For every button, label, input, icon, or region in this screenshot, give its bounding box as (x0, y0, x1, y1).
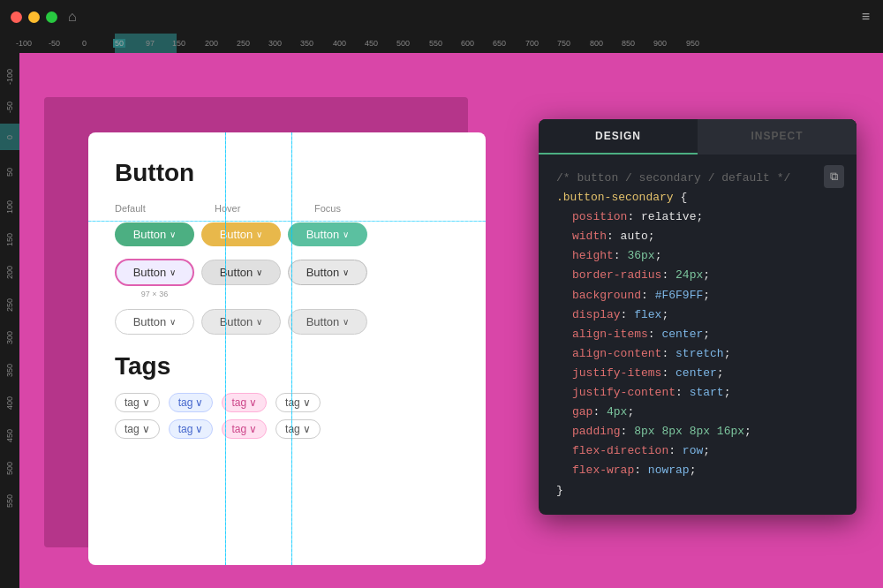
code-comment: /* button / secondary / default */ (556, 171, 790, 185)
code-property: background (572, 289, 641, 302)
tag-item[interactable]: tag ∨ (169, 393, 214, 412)
code-block: /* button / secondary / default */ .butt… (556, 169, 839, 501)
code-property: width (572, 230, 607, 243)
code-property: border-radius (572, 268, 661, 282)
button-row-tertiary: Button ∨ Button ∨ Button ∨ (115, 309, 459, 335)
tags-title: Tags (115, 352, 459, 381)
tag-item[interactable]: tag ∨ (222, 393, 267, 412)
btn-secondary-default[interactable]: Button ∨ (115, 259, 194, 286)
col-header-default: Default (115, 203, 208, 214)
traffic-lights (11, 11, 57, 23)
canvas: Button Default Hover Focus Button ∨ Butt… (0, 53, 883, 588)
chevron-icon: ∨ (343, 268, 349, 277)
guideline-vertical-1 (225, 132, 226, 565)
menu-icon[interactable]: ≡ (862, 9, 871, 25)
tag-item[interactable]: tag ∨ (169, 419, 214, 439)
btn-primary-focus[interactable]: Button ∨ (288, 222, 367, 246)
code-property: padding (572, 425, 621, 438)
code-property: justify-content (572, 386, 675, 399)
chevron-icon: ∨ (170, 230, 176, 239)
code-property: justify-items (572, 366, 661, 380)
size-label: 97 × 36 (141, 290, 168, 298)
titlebar: ⌂ ≡ (0, 0, 883, 34)
ruler-numbers: -100 -50 0 50 97 150 200 250 300 350 400… (0, 34, 883, 53)
btn-tertiary-hover[interactable]: Button ∨ (201, 309, 281, 335)
col-header-focus: Focus (314, 203, 407, 214)
guideline-vertical-2 (291, 132, 292, 565)
panel-title: Button (115, 159, 459, 187)
button-section: Default Hover Focus Button ∨ Button ∨ Bu… (115, 203, 459, 335)
button-row-secondary: Button ∨ 97 × 36 Button ∨ Button ∨ (115, 259, 459, 286)
btn-primary-default[interactable]: Button ∨ (115, 222, 194, 246)
tag-item[interactable]: tag ∨ (275, 419, 321, 439)
btn-secondary-focus[interactable]: Button ∨ (288, 260, 367, 285)
tab-inspect[interactable]: INSPECT (698, 119, 857, 155)
code-property: height (572, 249, 614, 262)
code-property: flex-direction (572, 444, 668, 457)
chevron-icon: ∨ (343, 317, 349, 327)
tag-row-1: tag ∨ tag ∨ tag ∨ tag ∨ (115, 393, 459, 412)
tag-item[interactable]: tag ∨ (115, 419, 160, 439)
code-property: display (572, 308, 621, 321)
button-row-primary: Button ∨ Button ∨ Button ∨ (115, 222, 459, 246)
guideline-horizontal-1 (88, 221, 486, 222)
chevron-icon: ∨ (343, 230, 349, 239)
home-icon[interactable]: ⌂ (68, 9, 77, 25)
design-panel: Button Default Hover Focus Button ∨ Butt… (88, 132, 486, 565)
chevron-icon: ∨ (256, 230, 262, 239)
copy-button[interactable]: ⧉ (824, 165, 844, 188)
minimize-button[interactable] (28, 11, 40, 23)
chevron-icon: ∨ (170, 317, 176, 327)
code-property: gap (572, 405, 592, 418)
ruler: -100 -50 0 50 97 150 200 250 300 350 400… (0, 34, 883, 53)
col-header-hover: Hover (215, 203, 307, 214)
btn-secondary-wrapper: Button ∨ 97 × 36 (115, 259, 194, 286)
inspector-content: ⧉ /* button / secondary / default */ .bu… (539, 155, 857, 515)
chevron-icon: ∨ (256, 317, 262, 327)
tag-item[interactable]: tag ∨ (115, 393, 160, 412)
btn-tertiary-focus[interactable]: Button ∨ (288, 309, 367, 335)
tag-item[interactable]: tag ∨ (222, 419, 267, 439)
btn-primary-hover[interactable]: Button ∨ (201, 222, 281, 246)
tags-section: Tags tag ∨ tag ∨ tag ∨ tag ∨ tag ∨ tag ∨… (115, 352, 459, 439)
inspector-tabs: DESIGN INSPECT (539, 119, 857, 155)
inspector-panel: DESIGN INSPECT ⧉ /* button / secondary /… (539, 119, 857, 515)
code-property: align-items (572, 328, 648, 341)
btn-secondary-hover[interactable]: Button ∨ (201, 260, 281, 285)
tab-design[interactable]: DESIGN (539, 119, 698, 155)
maximize-button[interactable] (46, 11, 57, 23)
btn-tertiary-default[interactable]: Button ∨ (115, 309, 194, 335)
code-property: position (572, 210, 627, 223)
vertical-ruler: -100 -50 0 50 100 150 200 250 300 350 40… (0, 53, 19, 588)
code-property: flex-wrap (572, 464, 634, 477)
code-selector: .button-secondary (556, 191, 674, 204)
tag-item[interactable]: tag ∨ (275, 393, 321, 412)
tag-row-2: tag ∨ tag ∨ tag ∨ tag ∨ (115, 419, 459, 439)
chevron-icon: ∨ (170, 268, 176, 277)
chevron-icon: ∨ (256, 268, 262, 277)
close-button[interactable] (11, 11, 22, 23)
code-property: align-content (572, 347, 661, 360)
column-headers: Default Hover Focus (115, 203, 459, 214)
